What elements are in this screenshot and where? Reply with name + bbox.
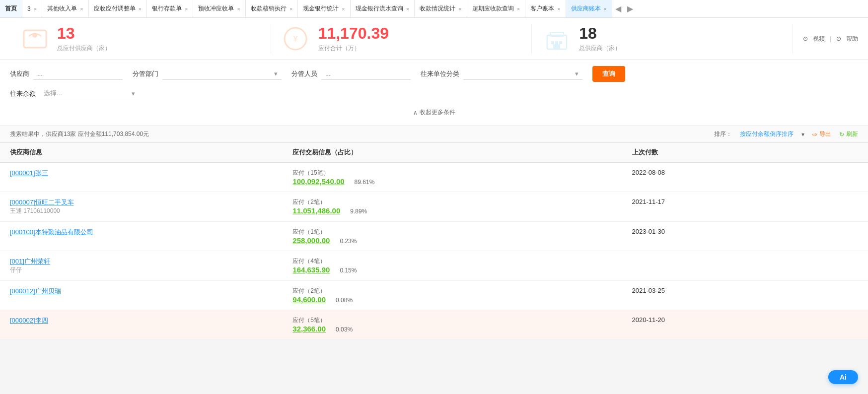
- row1-trans-amount[interactable]: 100,092,540.00: [292, 177, 344, 186]
- nav-next-arrow[interactable]: ▶: [624, 0, 636, 17]
- help-link[interactable]: 帮助: [846, 35, 858, 43]
- payable-total-label: 应付合计（万）: [318, 44, 389, 53]
- nav-cash-stat-label: 现金银行统计: [303, 4, 339, 13]
- row2-supplier-link[interactable]: [000007]恒旺二手叉车: [10, 198, 292, 207]
- supplier-input[interactable]: [33, 68, 123, 80]
- row6-trans-amount[interactable]: 32,366.00: [292, 325, 326, 333]
- stats-card-payable-total: ¥ 11,170.39 应付合计（万）: [271, 24, 532, 54]
- row2-trans-amount[interactable]: 11,051,486.00: [292, 206, 340, 215]
- person-input[interactable]: [321, 68, 411, 80]
- nav-bank-deposit-label: 银行存款单: [152, 4, 182, 13]
- nav-cash-stat[interactable]: 现金银行统计 ×: [298, 0, 350, 17]
- filter-person: 分管人员: [291, 68, 411, 80]
- nav-cash-flow-label: 现金银行流水查询: [356, 4, 403, 13]
- balance-select-arrow: ▾: [132, 90, 135, 97]
- sort-value[interactable]: 按应付余额倒序排序: [740, 130, 794, 138]
- row3-supplier-link[interactable]: [000100]本特勤油品有限公司: [10, 228, 292, 237]
- row4-trans-pct: 0.15%: [340, 267, 357, 274]
- nav-receipt-stat[interactable]: 收款情况统计 ×: [415, 0, 467, 17]
- nav-other-income-close[interactable]: ×: [80, 6, 83, 12]
- nav-cash-flow[interactable]: 现金银行流水查询 ×: [351, 0, 415, 17]
- nav-bank-deposit-close[interactable]: ×: [185, 6, 188, 12]
- table-row: [000100]本特勤油品有限公司 应付（1笔） 258,000.00 0.23…: [0, 222, 868, 251]
- row6-lastpay: 2020-11-20: [632, 316, 858, 324]
- nav-receipt-stat-close[interactable]: ×: [458, 6, 461, 12]
- table-row: [000002]李四 应付（5笔） 32,366.00 0.03% 2020-1…: [0, 310, 868, 339]
- nav-prepay-ar-close[interactable]: ×: [237, 6, 240, 12]
- payable-total-icon: ¥: [281, 24, 311, 54]
- nav-ar-ap-adjust-label: 应收应付调整单: [94, 4, 136, 13]
- row3-trans-pct: 0.23%: [340, 238, 357, 245]
- nav-cash-stat-close[interactable]: ×: [342, 6, 345, 12]
- row5-supplier-link[interactable]: [000012]广州贝瑞: [10, 287, 292, 296]
- nav-receipt-exec-close[interactable]: ×: [289, 6, 292, 12]
- video-link[interactable]: 视频: [813, 35, 825, 43]
- refresh-label: 刷新: [846, 130, 858, 138]
- row6-trans-pct: 0.03%: [336, 326, 353, 333]
- table-header: 供应商信息 应付交易信息（占比） 上次付数: [0, 143, 868, 163]
- filter-supplier: 供应商: [10, 68, 123, 80]
- search-button[interactable]: 查询: [592, 66, 625, 82]
- category-select[interactable]: ▾: [463, 68, 582, 80]
- nav-receipt-exec[interactable]: 收款核销执行 ×: [246, 0, 298, 17]
- row3-transaction: 应付（1笔） 258,000.00 0.23%: [292, 228, 632, 245]
- row2-supplier-sub: 王通 17106110000: [10, 207, 60, 214]
- nav-bank-deposit[interactable]: 银行存款单 ×: [147, 0, 193, 17]
- row6-supplier-link[interactable]: [000002]李四: [10, 316, 292, 325]
- nav-customer-ledger-close[interactable]: ×: [557, 6, 560, 12]
- row4-supplier-link[interactable]: [001]广州荣轩: [10, 257, 292, 266]
- balance-select[interactable]: 选择... ▾: [40, 87, 139, 100]
- stats-help-area: ⊙ 视频 | ⊙ 帮助: [793, 35, 858, 43]
- header-lastpay: 上次付数: [632, 148, 858, 157]
- row5-lastpay-date: 2021-03-25: [632, 287, 665, 294]
- stats-card-total-suppliers: 18 总供应商（家）: [532, 24, 793, 54]
- nav-receipt-stat-label: 收款情况统计: [420, 4, 455, 13]
- nav-supplier-ledger[interactable]: 供应商账本 ×: [566, 0, 612, 17]
- row3-trans-amount[interactable]: 258,000.00: [292, 236, 330, 245]
- nav-ar-ap-adjust[interactable]: 应收应付调整单 ×: [89, 0, 147, 17]
- row1-trans-label: 应付（15笔）: [292, 169, 329, 176]
- nav-cash-flow-close[interactable]: ×: [406, 6, 409, 12]
- nav-overdue-ar-label: 超期应收款查询: [472, 4, 514, 13]
- nav-overdue-ar-close[interactable]: ×: [517, 6, 520, 12]
- nav-tab3-close[interactable]: ×: [34, 6, 37, 12]
- dept-select[interactable]: ▾: [162, 68, 282, 80]
- refresh-button[interactable]: ↻ 刷新: [839, 130, 858, 138]
- row3-lastpay-date: 2023-01-30: [632, 228, 665, 235]
- collapse-label: 收起更多条件: [420, 108, 455, 117]
- row1-supplier-link[interactable]: [000001]张三: [10, 169, 292, 178]
- nav-supplier-ledger-close[interactable]: ×: [604, 6, 607, 12]
- row4-transaction: 应付（4笔） 164,635.90 0.15%: [292, 257, 632, 274]
- nav-other-income[interactable]: 其他收入单 ×: [42, 0, 88, 17]
- result-actions: 排序： 按应付余额倒序排序 ▾ ⇨ 导出 ↻ 刷新: [714, 130, 858, 138]
- export-icon: ⇨: [812, 131, 817, 138]
- nav-customer-ledger-label: 客户账本: [530, 4, 554, 13]
- row1-lastpay: 2022-08-08: [632, 169, 858, 176]
- sort-dropdown-arrow[interactable]: ▾: [801, 131, 804, 138]
- category-label: 往来单位分类: [421, 69, 459, 78]
- balance-select-value: 选择...: [44, 89, 62, 98]
- row5-trans-amount[interactable]: 94,600.00: [292, 295, 326, 304]
- nav-prepay-ar[interactable]: 预收冲应收单 ×: [193, 0, 245, 17]
- nav-ar-ap-adjust-close[interactable]: ×: [139, 6, 142, 12]
- export-button[interactable]: ⇨ 导出: [812, 130, 831, 138]
- stats-text-payable-total: 11,170.39 应付合计（万）: [318, 25, 389, 53]
- row1-lastpay-date: 2022-08-08: [632, 169, 665, 176]
- table-row: [001]广州荣轩 仔仔 应付（4笔） 164,635.90 0.15%: [0, 251, 868, 281]
- table-row: [000012]广州贝瑞 应付（2笔） 94,600.00 0.08% 2021…: [0, 281, 868, 310]
- svg-rect-7: [555, 41, 558, 44]
- table-row: [000007]恒旺二手叉车 王通 17106110000 应付（2笔） 11,…: [0, 192, 868, 222]
- row6-trans-label: 应付（5笔）: [292, 317, 326, 324]
- nav-prev-arrow[interactable]: ◀: [612, 0, 624, 17]
- nav-tab3[interactable]: 3 ×: [22, 0, 42, 17]
- nav-home[interactable]: 首页: [0, 0, 22, 17]
- row4-trans-amount[interactable]: 164,635.90: [292, 265, 330, 274]
- nav-overdue-ar[interactable]: 超期应收款查询 ×: [467, 0, 525, 17]
- nav-customer-ledger[interactable]: 客户账本 ×: [525, 0, 566, 17]
- payable-total-number: 11,170.39: [318, 25, 389, 42]
- header-supplier: 供应商信息: [10, 148, 292, 157]
- dept-select-arrow: ▾: [274, 70, 278, 77]
- table-row: [000001]张三 应付（15笔） 100,092,540.00 89.61%…: [0, 163, 868, 192]
- total-suppliers-label: 总供应商（家）: [579, 44, 621, 53]
- collapse-button[interactable]: ∧ 收起更多条件: [10, 105, 858, 120]
